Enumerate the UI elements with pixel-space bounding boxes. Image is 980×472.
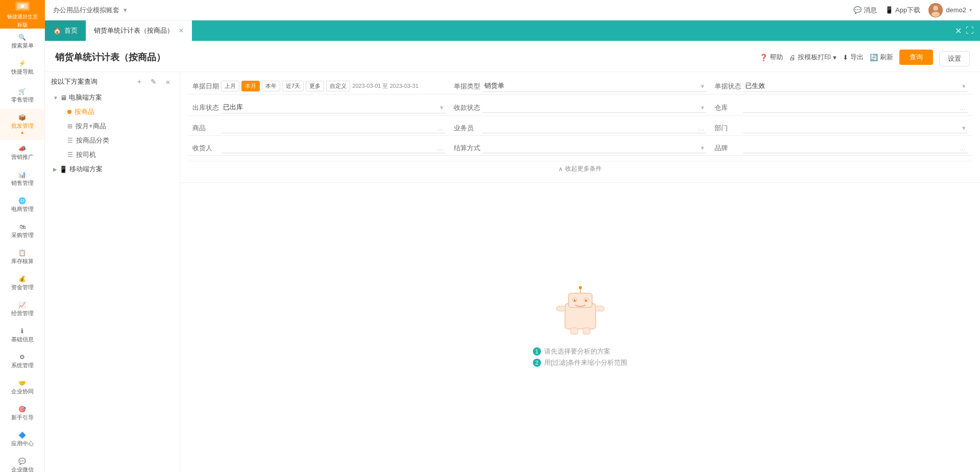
setting-button[interactable]: 设置: [939, 51, 970, 66]
query-button[interactable]: 查询: [899, 50, 933, 65]
sidebar-item-basic[interactable]: ℹ 基础信息: [0, 322, 44, 348]
brand-input[interactable]: [743, 143, 957, 153]
basic-label: 基础信息: [11, 336, 34, 343]
tree-item-by-printer[interactable]: ☰ 按司机: [55, 148, 174, 162]
export-label: 导出: [850, 53, 864, 62]
sidebar-item-corpwx[interactable]: 💬 企业微信: [0, 453, 44, 472]
sidebar-item-retail[interactable]: 🛒 零售管理: [0, 83, 44, 109]
filter-item-doc-status: 单据状态 已生效 ▾: [710, 78, 972, 95]
refresh-label: 刷新: [880, 53, 893, 62]
sidebar-item-purchase[interactable]: 🛍 采购管理: [0, 218, 44, 244]
dept-input[interactable]: [743, 123, 960, 133]
date-btn-curr-month[interactable]: 本月: [241, 81, 260, 91]
goods-input[interactable]: [221, 123, 435, 133]
receiver-dots-icon[interactable]: …: [435, 144, 446, 152]
collapse-more-btn[interactable]: ∧ 收起更多条件: [188, 161, 972, 176]
date-btn-more[interactable]: 更多: [306, 81, 324, 91]
ecom-icon: 🌐: [18, 197, 26, 204]
salesman-input[interactable]: [482, 123, 696, 133]
collect-status-label: 收款状态: [454, 103, 482, 112]
page-actions: ❓ 帮助 🖨 按模板打印 ▾ ⬇ 导出 🔄 刷新 查询: [760, 48, 970, 66]
system-label: 系统管理: [11, 362, 34, 369]
sidebar-item-corp[interactable]: 🤝 企业协同: [0, 374, 44, 400]
filter-item-date: 单据日期 上月 本月 本年 近7天 更多 自定义 2023-03-01 至 20…: [188, 78, 450, 95]
template-print-label: 按模板打印: [798, 53, 831, 62]
payment-input[interactable]: [482, 143, 699, 153]
tree-arrow-desktop: ▼: [53, 95, 58, 101]
payment-dropdown-icon[interactable]: ▾: [699, 144, 706, 152]
warehouse-dots-icon[interactable]: …: [957, 104, 968, 111]
sidebar-item-wholesale[interactable]: 📦 批发管理 ▲: [0, 109, 44, 140]
tree-group-desktop: ▼ 🖥 电脑端方案 按商品 ⊞ 按月+商品: [51, 90, 174, 162]
tree-group-desktop-header[interactable]: ▼ 🖥 电脑端方案: [51, 90, 174, 105]
date-btn-7days[interactable]: 近7天: [282, 81, 304, 91]
header-actions: 💬 消息 📱 App下载 demo2 ▾: [853, 3, 972, 17]
sidebar-quick-nav-label: 快捷导航: [11, 68, 34, 76]
sidebar-item-ecom[interactable]: 🌐 电商管理: [0, 192, 44, 218]
tree-item-by-product-category-label: 按商品分类: [76, 136, 109, 145]
app-download-icon: 📱: [885, 6, 893, 14]
sidebar-item-sales-mgmt[interactable]: 📊 销售管理: [0, 166, 44, 192]
date-btn-year[interactable]: 本年: [262, 81, 280, 91]
add-scheme-btn[interactable]: ＋: [134, 76, 145, 87]
out-status-dropdown-icon[interactable]: ▾: [438, 104, 446, 111]
edit-scheme-btn[interactable]: ✎: [148, 76, 159, 87]
date-btn-prev-month[interactable]: 上月: [221, 81, 239, 91]
refresh-btn[interactable]: 🔄 刷新: [870, 53, 893, 62]
tree-item-by-product[interactable]: 按商品: [55, 105, 174, 119]
collapse-panel-btn[interactable]: «: [162, 76, 174, 87]
tab-sales-stat[interactable]: 销货单统计计表（按商品） ✕: [86, 20, 192, 41]
workspace-dropdown-icon[interactable]: ▾: [124, 6, 127, 14]
help-btn[interactable]: ❓ 帮助: [760, 53, 783, 62]
tab-close-icon[interactable]: ✕: [179, 27, 184, 34]
user-dropdown-icon: ▾: [969, 7, 972, 13]
user-profile[interactable]: demo2 ▾: [928, 3, 972, 17]
svg-rect-16: [556, 306, 566, 311]
tab-maximize-icon[interactable]: ⛶: [966, 26, 974, 35]
sidebar-item-finance[interactable]: 💰 资金管理: [0, 270, 44, 296]
app-download-btn[interactable]: 📱 App下载: [885, 6, 920, 15]
empty-tip-1: 请先选择要分析的方案: [544, 347, 610, 356]
search-icon: 🔍: [18, 34, 26, 41]
mobile-group-icon: 📱: [59, 166, 67, 173]
warehouse-input[interactable]: [743, 103, 957, 112]
date-btn-custom[interactable]: 自定义: [326, 81, 350, 91]
sidebar-search[interactable]: 🔍 搜索菜单: [0, 29, 44, 55]
dept-dropdown-icon[interactable]: ▾: [960, 124, 968, 132]
doc-type-dropdown-icon[interactable]: ▾: [699, 82, 706, 90]
filter-item-collect-status: 收款状态 ▾: [450, 100, 711, 116]
sidebar-item-appcenter[interactable]: 🔷 应用中心: [0, 427, 44, 453]
empty-num-1: 1: [533, 347, 541, 356]
tree-item-by-month-product[interactable]: ⊞ 按月+商品: [55, 119, 174, 133]
sidebar-quick-nav[interactable]: ⚡ 快捷导航: [0, 55, 44, 81]
tab-bar: 🏠 首页 销货单统计计表（按商品） ✕ ✕ ⛶: [45, 20, 980, 41]
goods-dots-icon[interactable]: …: [435, 124, 446, 132]
filter-row-4: 收货人 … 结算方式 ▾: [188, 141, 972, 156]
template-print-btn[interactable]: 🖨 按模板打印 ▾: [789, 53, 837, 62]
message-btn[interactable]: 💬 消息: [853, 6, 877, 15]
sidebar-item-newuser[interactable]: 🎯 新手引导: [0, 400, 44, 427]
tree-arrow-mobile: ▶: [53, 167, 57, 172]
brand-dots-icon[interactable]: …: [957, 144, 968, 152]
tab-home[interactable]: 🏠 首页: [45, 20, 86, 41]
sidebar-search-label: 搜索菜单: [11, 42, 34, 50]
export-btn[interactable]: ⬇ 导出: [843, 53, 864, 62]
out-status-label: 出库状态: [192, 103, 221, 112]
empty-text: 1 请先选择要分析的方案 2 用[过滤]条件来缩小分析范围: [533, 345, 627, 369]
tree-item-by-product-category[interactable]: ☰ 按商品分类: [55, 133, 174, 148]
salesman-dots-icon[interactable]: …: [696, 124, 706, 132]
marketing-icon: 📣: [18, 145, 26, 152]
sidebar-item-inventory[interactable]: 📋 库存核算: [0, 244, 44, 270]
sidebar-item-system[interactable]: ⚙ 系统管理: [0, 348, 44, 374]
receiver-input[interactable]: [221, 143, 435, 153]
finance-label: 资金管理: [11, 284, 34, 291]
retail-label: 零售管理: [11, 96, 34, 104]
sidebar-item-marketing[interactable]: 📣 营销推广: [0, 140, 44, 166]
tab-close-window-icon[interactable]: ✕: [955, 26, 962, 36]
collect-status-dropdown-icon[interactable]: ▾: [699, 104, 706, 111]
tree-group-mobile-header[interactable]: ▶ 📱 移动端方案: [51, 162, 174, 176]
doc-status-dropdown-icon[interactable]: ▾: [960, 82, 968, 90]
inventory-icon: 📋: [18, 249, 26, 256]
collect-status-input[interactable]: [482, 103, 699, 112]
sidebar-item-ops[interactable]: 📈 经营管理: [0, 296, 44, 322]
